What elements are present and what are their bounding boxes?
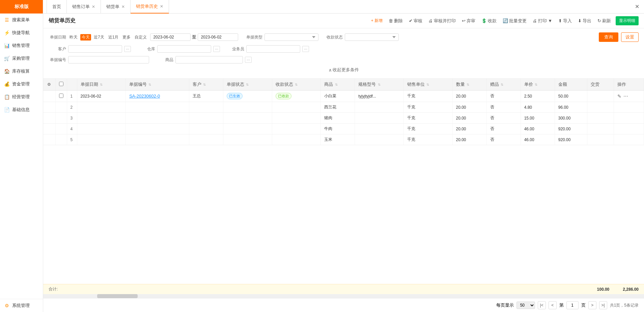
delete-button[interactable]: 🗑 删除 [387,17,404,25]
shortcut-today[interactable]: 今天 [80,34,91,41]
filter-row-3: 单据编号 商品 ··· [49,56,639,63]
horizontal-scrollbar[interactable] [43,294,644,298]
sidebar-item-sys-mgmt[interactable]: ⚙ 系统管理 [0,299,43,312]
date-from-input[interactable] [150,33,191,41]
receipt-status-badge: 已收款 [276,93,291,99]
collect-label: 收款 [488,18,497,24]
tab-home[interactable]: 首页 [47,0,67,14]
abandon-button[interactable]: ↩ 弃审 [460,17,477,25]
scrollbar-thumb[interactable] [97,294,138,298]
sidebar-item-purchase-mgmt[interactable]: 🛒 采购管理 [0,52,43,65]
tab-bar-close-all-icon[interactable]: ✕ [634,2,641,11]
tab-sales-order-close[interactable]: ✕ [92,4,95,9]
col-price-label: 单价 [524,82,533,87]
shortcut-custom[interactable]: 自定义 [133,34,148,41]
collapse-button[interactable]: ∧ 收起更多条件 [329,67,359,73]
shortcut-more[interactable]: 更多 [121,34,132,41]
col-qty[interactable]: 数量 ⇅ [452,79,486,90]
doc-type-select[interactable] [264,33,318,41]
export-button[interactable]: ⬇ 导出 [577,17,593,25]
tab-sales-history[interactable]: 销货单历史 ✕ [131,0,169,14]
row-checkbox-cell [55,113,67,124]
import-button[interactable]: ⬆ 导入 [557,17,573,25]
refresh-button[interactable]: ↻ 刷新 [596,17,612,25]
setting-button[interactable]: 设置 [621,32,639,42]
tab-sales-history-close[interactable]: ✕ [160,4,163,9]
receipt-status-select[interactable] [345,33,399,41]
employee-input[interactable] [246,45,300,53]
doc-no-input[interactable] [68,56,149,63]
row-spec [355,134,404,145]
next-page-button[interactable]: > [588,301,596,309]
display-detail-button[interactable]: 显示明细 [616,16,639,25]
batch-change-button[interactable]: 🔄 批量变更 [501,17,528,25]
col-unit[interactable]: 销售单位 ⇅ [403,79,452,90]
warehouse-picker-button[interactable]: ··· [213,46,220,52]
row-spec [355,102,404,113]
sort-price-icon: ⇅ [535,83,537,86]
sidebar-item-search-menu[interactable]: ☰ 搜索菜单 [0,14,43,26]
more-icon[interactable]: ⋯ [623,94,628,99]
shortcut-yesterday[interactable]: 昨天 [68,34,79,41]
query-button[interactable]: 查询 [599,32,618,42]
action-buttons: ✎⋯ [617,94,640,99]
row-doc-date [77,113,126,124]
sidebar-item-label: 基础信息 [12,107,30,113]
sidebar-item-biz-mgmt[interactable]: 📋 经营管理 [0,90,43,103]
tab-sales-goods[interactable]: 销货单 ✕ [101,0,131,14]
collect-button[interactable]: 💲 收款 [480,17,498,25]
edit-icon[interactable]: ✎ [617,94,621,99]
row-unit: 千克 [403,90,452,102]
row-checkbox[interactable] [59,94,63,98]
col-price[interactable]: 单价 ⇅ [521,79,555,90]
page-number-input[interactable] [566,301,579,309]
sort-doc-status-icon: ⇅ [246,83,249,86]
select-all-checkbox[interactable] [59,82,63,86]
col-doc-no[interactable]: 单据编号 ⇅ [126,79,189,90]
shortcut-7days[interactable]: 近7天 [92,34,106,41]
goods-input[interactable] [175,56,243,63]
tab-sales-order[interactable]: 销售订单 ✕ [67,0,101,14]
audit-print-button[interactable]: 🖨 审核并打印 [427,17,457,25]
tab-sales-history-label: 销货单历史 [136,3,158,9]
row-index: 4 [67,124,77,134]
col-checkbox [55,79,67,90]
col-gear[interactable]: ⚙ [43,79,55,90]
row-trade [587,113,614,124]
col-receipt-status[interactable]: 收款状态 ⇅ [272,79,321,90]
page-size-select[interactable]: 50 100 [516,302,535,309]
last-page-button[interactable]: >| [599,301,607,309]
sidebar-item-basic-info[interactable]: 📄 基础信息 [0,103,43,116]
col-doc-date[interactable]: 单据日期 ⇅ [77,79,126,90]
goods-picker-button[interactable]: ··· [245,57,252,63]
sort-gift-icon: ⇅ [501,83,503,86]
sidebar-item-fund-mgmt[interactable]: 💰 资金管理 [0,78,43,90]
audit-print-icon: 🖨 [428,18,433,23]
customer-picker-button[interactable]: ··· [124,46,131,52]
audit-button[interactable]: ✔ 审核 [408,17,424,25]
warehouse-input[interactable] [157,45,211,53]
shortcut-1month[interactable]: 近1月 [107,34,120,41]
col-goods[interactable]: 商品 ⇅ [321,79,355,90]
sidebar-item-stock-calc[interactable]: 🏠 库存核算 [0,65,43,78]
first-page-button[interactable]: |< [538,301,546,309]
sort-customer-icon: ⇅ [203,83,206,86]
import-icon: ⬆ [558,18,562,23]
doc-no-link[interactable]: SA-20230602-0 [129,94,160,99]
col-gift[interactable]: 赠品 ⇅ [486,79,521,90]
sidebar-item-quick-nav[interactable]: ⚡ 快捷导航 [0,26,43,39]
table-footer: 合计: 100.00 2,286.00 [43,284,644,294]
print-button[interactable]: 🖨 打印 ▼ [531,17,554,25]
sidebar-item-sales-mgmt[interactable]: 📊 销售管理 [0,39,43,52]
tab-sales-goods-close[interactable]: ✕ [121,4,125,9]
table-row: 4 牛肉 千克 20.00 否 46.00 920.00 [43,124,644,134]
date-to-input[interactable] [198,33,238,41]
toolbar: + 新增 🗑 删除 ✔ 审核 🖨 审核并打印 ↩ 弃审 [370,16,639,25]
col-doc-status[interactable]: 单据状态 ⇅ [223,79,272,90]
customer-input[interactable] [68,45,122,53]
new-button[interactable]: + 新增 [370,17,384,24]
col-customer[interactable]: 客户 ⇅ [189,79,223,90]
employee-picker-button[interactable]: ··· [302,46,309,52]
prev-page-button[interactable]: < [549,301,557,309]
col-spec[interactable]: 规格型号 ⇅ [355,79,404,90]
